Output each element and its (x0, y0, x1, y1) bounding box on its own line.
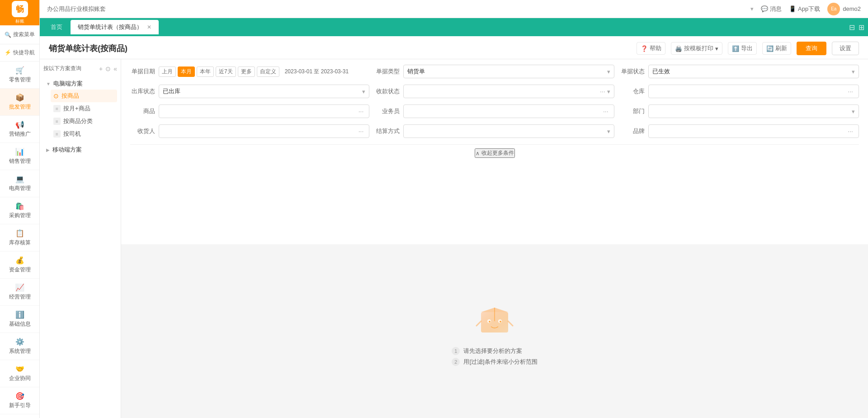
date-btn-last-month[interactable]: 上月 (159, 66, 176, 77)
doc-type-dropdown-icon[interactable]: ▾ (607, 68, 610, 75)
template-print-button[interactable]: 🖨️ 按模板打印 ▾ (671, 42, 722, 55)
warehouse-more-icon[interactable]: ··· (846, 88, 855, 95)
sidebar-item-management[interactable]: 📈 经营管理 (0, 279, 39, 306)
tree-expand-arrow: ▼ (46, 81, 51, 86)
sidebar-item-app-center[interactable]: 🔲 应用中心 (0, 414, 39, 418)
svg-line-6 (508, 321, 513, 326)
tree-item-by-month-goods[interactable]: ≡ 按月+商品 (51, 102, 117, 115)
filter-dept: 部门 ▾ (620, 104, 859, 118)
edit-scheme-icon[interactable]: ⊙ (105, 65, 111, 72)
settlement-dropdown-icon[interactable]: ▾ (607, 128, 610, 135)
date-label: 单据日期 (130, 67, 155, 76)
tree-pc-label[interactable]: ▼ 电脑端方案 (43, 78, 117, 90)
sidebar: 畅 标账 🔍 搜索菜单 ⚡ 快捷导航 🛒 零售管理 📦 批发管理 📢 营销推广 … (0, 0, 40, 418)
settings-button[interactable]: 设置 (832, 42, 859, 55)
tab-close-icon[interactable]: ✕ (147, 24, 151, 30)
export-label: 导出 (741, 44, 753, 52)
tree-item-by-driver[interactable]: ≡ 按司机 (51, 128, 117, 140)
cooperation-label: 企业协同 (9, 375, 31, 382)
header-actions: 💬 消息 📱 App下载 Ea demo2 (761, 3, 861, 15)
refresh-icon: 🔄 (766, 45, 774, 52)
date-btn-custom[interactable]: 自定义 (257, 66, 279, 77)
tab-sales-stat[interactable]: 销货单统计表（按商品） ✕ (71, 20, 159, 34)
sidebar-item-marketing[interactable]: 📢 营销推广 (0, 116, 39, 143)
goods-label: 商品 (130, 107, 155, 115)
recipient-control: ··· (159, 124, 369, 138)
doc-status-value: 已生效 (652, 67, 852, 76)
tree-item-by-goods[interactable]: ⊙ 按商品 (51, 90, 117, 102)
query-button[interactable]: 查询 (797, 42, 826, 55)
category-icon: ≡ (53, 118, 61, 125)
payment-status-dropdown-icon[interactable]: ▾ (607, 88, 610, 95)
tree-item-by-driver-label: 按司机 (63, 130, 81, 138)
salesperson-more-icon[interactable]: ··· (601, 108, 610, 115)
page-actions: ❓ 帮助 🖨️ 按模板打印 ▾ ⬆️ 导出 🔄 刷新 查询 设置 (637, 42, 859, 55)
sidebar-item-purchase[interactable]: 🛍️ 采购管理 (0, 197, 39, 224)
payment-status-more-icon[interactable]: ··· (598, 88, 607, 95)
out-status-dropdown-icon[interactable]: ▾ (362, 88, 365, 95)
quick-nav-button[interactable]: ⚡ 快捷导航 (0, 46, 39, 59)
collapse-label: 收起更多条件 (481, 149, 514, 157)
recipient-more-icon[interactable]: ··· (357, 128, 366, 135)
date-range-text: 2023-03-01 至 2023-03-31 (285, 68, 349, 76)
goods-more-icon[interactable]: ··· (357, 108, 366, 115)
date-btn-current-month[interactable]: 本月 (178, 66, 195, 77)
driver-icon: ≡ (53, 130, 61, 138)
sidebar-item-wholesale[interactable]: 📦 批发管理 (0, 89, 39, 116)
purchase-label: 采购管理 (9, 212, 31, 219)
dept-label: 部门 (620, 107, 645, 115)
app-logo[interactable]: 畅 标账 (0, 0, 39, 25)
out-status-value: 已出库 (163, 87, 362, 95)
help-button[interactable]: ❓ 帮助 (637, 42, 665, 55)
date-btn-current-year[interactable]: 本年 (197, 66, 214, 77)
tree-item-by-category[interactable]: ≡ 按商品分类 (51, 115, 117, 128)
doc-status-dropdown-icon[interactable]: ▾ (852, 68, 855, 75)
settlement-control: ▾ (403, 124, 614, 138)
app-download-action[interactable]: 📱 App下载 (789, 5, 820, 13)
collapse-bar: ∧ 收起更多条件 (130, 144, 859, 162)
top-header: 办公用品行业模拟账套 ▾ 💬 消息 📱 App下载 Ea demo2 (40, 0, 868, 18)
sidebar-item-retail[interactable]: 🛒 零售管理 (0, 62, 39, 89)
tab-home[interactable]: 首页 (43, 20, 70, 34)
tab-maximize-icon[interactable]: ⊞ (859, 23, 864, 32)
dropdown-icon[interactable]: ▾ (750, 5, 754, 12)
app-title: 办公用品行业模拟账套 (47, 5, 743, 13)
dept-dropdown-icon[interactable]: ▾ (852, 108, 855, 115)
date-btn-more[interactable]: 更多 (238, 66, 255, 77)
collapse-nav-icon[interactable]: « (113, 65, 117, 72)
sales-label: 销售管理 (9, 157, 31, 165)
filter-salesperson: 业务员 ··· (375, 104, 614, 118)
search-menu-button[interactable]: 🔍 搜索菜单 (3, 29, 37, 40)
filter-row-4: 收货人 ··· 结算方式 ▾ (130, 124, 859, 138)
date-btn-7days[interactable]: 近7天 (216, 66, 236, 77)
search-menu-label: 搜索菜单 (13, 31, 35, 38)
brand-more-icon[interactable]: ··· (846, 128, 855, 135)
inventory-label: 库存核算 (9, 239, 31, 247)
wholesale-icon: 📦 (15, 93, 24, 102)
export-button[interactable]: ⬆️ 导出 (728, 42, 757, 55)
collapse-button[interactable]: ∧ 收起更多条件 (475, 148, 515, 158)
message-action[interactable]: 💬 消息 (761, 5, 782, 13)
sidebar-item-guide[interactable]: 🎯 新手引导 (0, 387, 39, 414)
recipient-label: 收货人 (130, 127, 155, 135)
filter-brand: 品牌 ··· (620, 124, 859, 138)
tree-mobile-label[interactable]: ▶ 移动端方案 (43, 144, 117, 156)
filter-out-status: 出库状态 已出库 ▾ (130, 85, 369, 98)
add-scheme-icon[interactable]: + (99, 65, 103, 72)
empty-illustration (472, 296, 517, 342)
sidebar-item-basic-info[interactable]: ℹ️ 基础信息 (0, 306, 39, 333)
empty-tip-1: 1 请先选择要分析的方案 (452, 347, 537, 355)
management-icon: 📈 (15, 283, 24, 292)
tab-minimize-icon[interactable]: ⊟ (849, 23, 855, 32)
sidebar-item-cooperation[interactable]: 🤝 企业协同 (0, 360, 39, 387)
svg-point-4 (500, 321, 501, 323)
sidebar-item-sales[interactable]: 📊 销售管理 (0, 143, 39, 170)
sidebar-item-system[interactable]: ⚙️ 系统管理 (0, 333, 39, 360)
refresh-button[interactable]: 🔄 刷新 (762, 42, 791, 55)
tip-num-2: 2 (452, 358, 460, 366)
sidebar-item-ecommerce[interactable]: 💻 电商管理 (0, 170, 39, 197)
user-action[interactable]: Ea demo2 (827, 3, 861, 15)
template-print-label: 按模板打印 (684, 44, 713, 52)
sidebar-item-inventory[interactable]: 📋 库存核算 (0, 224, 39, 252)
sidebar-item-finance[interactable]: 💰 资金管理 (0, 252, 39, 279)
